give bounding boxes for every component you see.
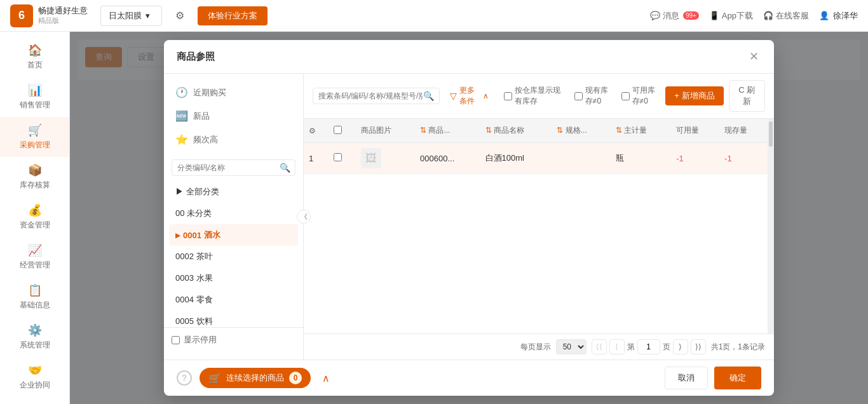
high-frequency-nav[interactable]: ⭐ 频次高: [169, 128, 298, 151]
left-sidebar: 🏠 首页 📊 销售管理 🛒 采购管理 📦 库存核算 💰 资金管理 📈 经营管理 …: [0, 32, 70, 404]
prev-page-button[interactable]: ⟨: [609, 339, 625, 354]
next-page-button[interactable]: ⟩: [673, 339, 688, 354]
category-all[interactable]: ▶ 全部分类: [169, 181, 298, 203]
sidebar-item-finance[interactable]: 💰 资金管理: [0, 197, 69, 237]
table-scrollbar[interactable]: [768, 119, 774, 333]
cart-area[interactable]: 🛒 连续选择的商品 0: [200, 368, 311, 388]
table-row[interactable]: 1 🖼 000600...: [304, 143, 768, 174]
logo-icon: 6: [10, 4, 33, 27]
row-name: 白酒100ml: [480, 143, 552, 174]
pagination-bar: 每页显示 50 ⟨⟨ ⟨ 第 页 ⟩ ⟩⟩: [304, 333, 774, 360]
product-table-area: ⚙ 商品图片 ⇅ 商品... ⇅ 商品名称: [304, 119, 768, 333]
new-icon: 🆕: [175, 110, 188, 122]
star-icon: ⭐: [175, 133, 188, 145]
th-name[interactable]: ⇅ 商品名称: [480, 119, 552, 143]
usable-stock-checkbox[interactable]: [621, 92, 630, 100]
footer-collapse-icon[interactable]: ∧: [318, 370, 334, 386]
help-icon[interactable]: ?: [177, 370, 192, 386]
category-00[interactable]: 00 未分类: [169, 203, 298, 224]
left-panel-collapse-button[interactable]: 《: [297, 210, 311, 224]
available-stock-checkbox[interactable]: [574, 92, 583, 100]
active-arrow-icon: ▶: [175, 232, 180, 239]
row-checkbox[interactable]: [334, 153, 342, 161]
th-unit[interactable]: ⇅ 主计量: [611, 119, 671, 143]
modal-footer-actions: 取消 确定: [665, 367, 761, 389]
th-spec[interactable]: ⇅ 规格...: [552, 119, 610, 143]
th-checkbox: [329, 119, 355, 143]
sidebar-item-sales[interactable]: 📊 销售管理: [0, 77, 69, 117]
sidebar-item-basics[interactable]: 📋 基础信息: [0, 277, 69, 317]
page-size-select[interactable]: 50: [556, 339, 587, 354]
available-stock-checkbox-label[interactable]: 现有库存≠0: [574, 85, 614, 107]
modal-left-panel: 《 🕐 近期购买 🆕 新品 ⭐: [164, 74, 304, 360]
modal-title: 商品参照: [177, 51, 215, 63]
category-0003[interactable]: 0003 水果: [169, 267, 298, 289]
row-unit: 瓶: [611, 143, 671, 174]
select-all-checkbox[interactable]: [334, 126, 342, 134]
row-stock: -1: [719, 143, 768, 174]
user-avatar-area[interactable]: 👤 徐泽华: [819, 10, 858, 22]
cart-count-badge: 0: [289, 372, 302, 384]
modal-close-button[interactable]: ✕: [746, 49, 761, 64]
more-filter-button[interactable]: ▽ 更多条件 ∧: [445, 83, 494, 109]
row-index: 1: [304, 143, 329, 174]
sales-icon: 📊: [28, 83, 42, 97]
row-checkbox-cell: [329, 143, 355, 174]
sidebar-item-home[interactable]: 🏠 首页: [0, 37, 69, 77]
trial-button[interactable]: 体验行业方案: [198, 6, 268, 25]
category-0005[interactable]: 0005 饮料: [169, 311, 298, 327]
service-nav[interactable]: 🎧 在线客服: [763, 10, 809, 22]
quick-nav-items: 🕐 近期购买 🆕 新品 ⭐ 频次高: [164, 81, 303, 152]
recent-purchase-nav[interactable]: 🕐 近期购买: [169, 81, 298, 104]
headset-icon: 🎧: [763, 11, 773, 20]
sidebar-item-guide[interactable]: 🎯 新手引导: [0, 397, 69, 404]
enterprise-icon: 🤝: [28, 363, 42, 377]
th-image: 商品图片: [356, 119, 415, 143]
table-header-row: ⚙ 商品图片 ⇅ 商品... ⇅ 商品名称: [304, 119, 768, 143]
warehouse-stock-checkbox[interactable]: [504, 92, 512, 100]
product-search-input[interactable]: [318, 91, 423, 100]
logo-area: 6 畅捷通好生意 精品版: [10, 4, 88, 27]
show-disabled-checkbox[interactable]: [172, 336, 180, 344]
confirm-button[interactable]: 确定: [714, 367, 761, 389]
sidebar-item-stock[interactable]: 📦 库存核算: [0, 157, 69, 197]
stock-icon: 📦: [28, 163, 42, 177]
page-navigation: ⟨⟨ ⟨ 第 页 ⟩ ⟩⟩: [592, 339, 706, 354]
page-number-input[interactable]: [637, 339, 660, 354]
modal-header: 商品参照 ✕: [164, 40, 774, 74]
category-search-area: 🔍: [164, 159, 303, 176]
warehouse-stock-checkbox-label[interactable]: 按仓库显示现有库存: [504, 85, 567, 107]
category-0002[interactable]: 0002 茶叶: [169, 246, 298, 267]
product-search-icon[interactable]: 🔍: [423, 91, 434, 101]
messages-nav[interactable]: 💬 消息 99+: [650, 10, 699, 22]
category-search-input[interactable]: [172, 159, 295, 176]
th-settings[interactable]: ⚙: [304, 119, 329, 143]
category-0001[interactable]: ▶ 0001 酒水: [169, 224, 298, 246]
home-icon: 🏠: [28, 43, 42, 57]
category-search-icon[interactable]: 🔍: [280, 163, 290, 173]
th-code[interactable]: ⇅ 商品...: [415, 119, 480, 143]
sidebar-item-enterprise[interactable]: 🤝 企业协同: [0, 357, 69, 397]
clock-icon: 🕐: [175, 86, 188, 98]
category-0004[interactable]: 0004 零食: [169, 289, 298, 311]
basics-icon: 📋: [28, 283, 42, 297]
add-product-button[interactable]: + 新增商品: [665, 86, 723, 105]
last-page-button[interactable]: ⟩⟩: [691, 339, 706, 354]
operations-icon: 📈: [28, 243, 42, 257]
finance-icon: 💰: [28, 203, 42, 217]
new-products-nav[interactable]: 🆕 新品: [169, 105, 298, 127]
cancel-button[interactable]: 取消: [665, 367, 708, 389]
nav-right: 💬 消息 99+ 📱 App下载 🎧 在线客服 👤 徐泽华: [650, 10, 858, 22]
company-selector[interactable]: 日太阳膜 ▾: [100, 6, 162, 26]
settings-icon[interactable]: ⚙: [170, 6, 190, 26]
app-download-nav[interactable]: 📱 App下载: [709, 10, 753, 22]
sidebar-item-operations[interactable]: 📈 经营管理: [0, 237, 69, 277]
refresh-button[interactable]: C 刷新: [729, 80, 765, 112]
sidebar-item-system[interactable]: ⚙️ 系统管理: [0, 317, 69, 357]
row-code: 000600...: [415, 143, 480, 174]
page-info: 共1页，1条记录: [711, 342, 765, 353]
usable-stock-checkbox-label[interactable]: 可用库存≠0: [621, 85, 661, 107]
th-available: 可用量: [671, 119, 719, 143]
first-page-button[interactable]: ⟨⟨: [592, 339, 607, 354]
sidebar-item-purchase[interactable]: 🛒 采购管理: [0, 117, 69, 157]
